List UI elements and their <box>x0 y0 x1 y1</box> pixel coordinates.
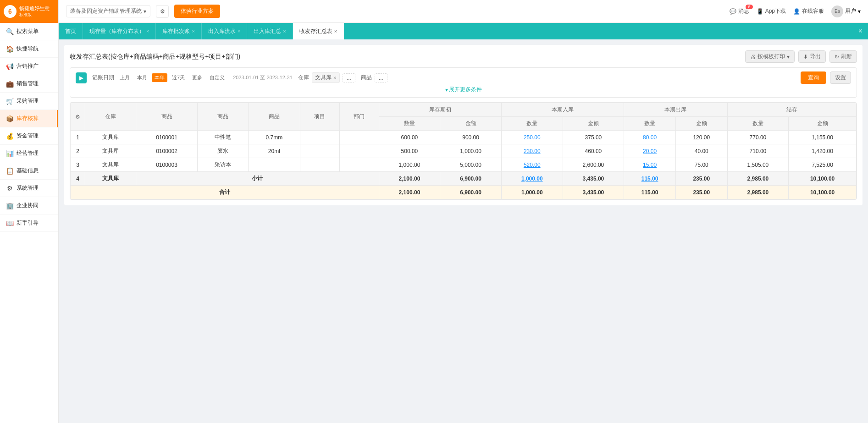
date-option-自定义[interactable]: 自定义 <box>207 73 227 82</box>
sidebar-item-corp[interactable]: 🏢企业协同 <box>0 197 58 214</box>
sidebar-item-quick[interactable]: 🏠快捷导航 <box>0 40 58 58</box>
app-download-label: App下载 <box>765 7 786 15</box>
tabs-bar: 首页现存量（库存分布表）×库存批次账×出入库流水×出入库汇总×收发存汇总表×× <box>59 23 868 39</box>
page-title-row: 收发存汇总表(按仓库+商品编码+商品+规格型号+项目+部门) 🖨 按模板打印 ▾… <box>70 50 857 63</box>
sidebar-item-basic[interactable]: 📋基础信息 <box>0 162 58 180</box>
filter-bar: ▶ 记账日期 上月本月本年近7天更多自定义 2023-01-01 至 2023-… <box>70 67 857 98</box>
footer-bal-qty: 2,985.00 <box>727 186 789 199</box>
date-option-更多[interactable]: 更多 <box>189 73 205 82</box>
online-service-action[interactable]: 👤 在线客服 <box>793 7 824 15</box>
cell-open-qty: 1,000.00 <box>379 158 440 172</box>
cell-out-qty[interactable]: 80.00 <box>624 131 676 144</box>
th-settings[interactable]: ⚙ <box>71 103 85 131</box>
expand-down-icon: ▾ <box>445 87 448 93</box>
th-code: 商品 <box>136 103 198 131</box>
tab-close-icon[interactable]: × <box>192 28 194 34</box>
sidebar-item-label-search: 搜索菜单 <box>17 27 39 35</box>
sidebar-item-marketing[interactable]: 📢营销推广 <box>0 58 58 75</box>
sidebar-item-sales[interactable]: 💼销售管理 <box>0 75 58 93</box>
sidebar-item-operation[interactable]: 📊经营管理 <box>0 145 58 162</box>
tab-库存批次账[interactable]: 库存批次账× <box>156 23 201 39</box>
cell-open-qty: 500.00 <box>379 144 440 158</box>
date-option-上月[interactable]: 上月 <box>117 73 133 82</box>
tab-close-icon[interactable]: × <box>283 28 286 34</box>
sidebar: 6 畅捷通好生意 标准版 🔍搜索菜单🏠快捷导航📢营销推广💼销售管理🛒采购管理📦库… <box>0 0 59 423</box>
service-icon: 👤 <box>793 8 800 15</box>
app-download-action[interactable]: 📱 App下载 <box>757 7 786 15</box>
sidebar-item-search[interactable]: 🔍搜索菜单 <box>0 23 58 40</box>
refresh-icon: ↻ <box>835 54 839 60</box>
warehouse-more-button[interactable]: ... <box>343 73 355 82</box>
th-warehouse: 仓库 <box>85 103 136 131</box>
cell-name: 胶水 <box>197 144 248 158</box>
tabs-close-all-button[interactable]: × <box>853 27 868 35</box>
trial-button[interactable]: 体验行业方案 <box>174 5 220 18</box>
system-title-text: 装备及固定资产辅助管理系统 <box>70 7 142 15</box>
query-button[interactable]: 查询 <box>801 71 826 84</box>
tab-close-icon[interactable]: × <box>334 28 337 34</box>
filter-row: ▶ 记账日期 上月本月本年近7天更多自定义 2023-01-01 至 2023-… <box>76 71 851 84</box>
print-button[interactable]: 🖨 按模板打印 ▾ <box>745 50 795 63</box>
date-filter-label: 记账日期 <box>92 74 114 82</box>
table-footer: 合计 2,100.00 6,900.00 1,000.00 3,435.00 1… <box>71 186 857 199</box>
logo-icon: 6 <box>4 5 17 18</box>
cell-out-amt: 40.00 <box>675 144 727 158</box>
refresh-label: 刷新 <box>841 53 852 60</box>
table-subtotal-row: 4 文具库 小计 2,100.00 6,900.00 1,000.00 3,43… <box>71 172 857 186</box>
tab-首页[interactable]: 首页 <box>59 23 83 39</box>
warehouse-filter-label: 仓库 <box>298 74 309 82</box>
filter-expand-row: ▾ 展开更多条件 <box>76 84 851 93</box>
refresh-button[interactable]: ↻ 刷新 <box>829 50 857 63</box>
tab-出入库汇总[interactable]: 出入库汇总× <box>247 23 293 39</box>
goods-more-button[interactable]: ... <box>375 73 387 82</box>
cell-name: 中性笔 <box>197 131 248 144</box>
data-table: ⚙ 仓库 商品 商品 商品 项目 部门 库存期初 本期入库 本期出库 结存 <box>70 103 857 199</box>
export-button[interactable]: ⬇ 导出 <box>798 50 826 63</box>
tab-收发存汇总表[interactable]: 收发存汇总表× <box>293 23 344 39</box>
filter-settings-button[interactable]: 设置 <box>830 71 851 84</box>
tab-close-icon[interactable]: × <box>238 28 240 34</box>
tab-出入库流水[interactable]: 出入库流水× <box>202 23 247 39</box>
filter-expand-button[interactable]: ▶ <box>76 72 87 83</box>
date-option-近7天[interactable]: 近7天 <box>169 73 188 82</box>
sidebar-item-guide[interactable]: 📖新手引导 <box>0 214 58 232</box>
sidebar-item-label-purchase: 采购管理 <box>17 97 39 105</box>
cell-in-qty[interactable]: 520.00 <box>501 158 563 172</box>
settings-gear-button[interactable]: ⚙ <box>156 5 169 18</box>
date-filter-group: 记账日期 上月本月本年近7天更多自定义 <box>92 73 227 82</box>
cell-warehouse: 文具库 <box>85 158 136 172</box>
tab-现存量库存分布表[interactable]: 现存量（库存分布表）× <box>83 23 156 39</box>
user-menu[interactable]: Ea 用户 ▾ <box>831 5 861 17</box>
th-out-amt: 金额 <box>675 117 727 131</box>
expand-more-conditions-link[interactable]: ▾ 展开更多条件 <box>445 86 482 93</box>
user-label: 用户 <box>845 7 856 15</box>
cell-bal-qty: 770.00 <box>727 131 789 144</box>
footer-label: 合计 <box>71 186 379 199</box>
date-option-本年[interactable]: 本年 <box>152 73 167 82</box>
cell-dept <box>339 131 379 144</box>
warehouse-filter-tag[interactable]: 文具库 × <box>312 72 340 83</box>
print-icon: 🖨 <box>750 54 756 60</box>
sidebar-item-purchase[interactable]: 🛒采购管理 <box>0 93 58 110</box>
cell-in-qty[interactable]: 250.00 <box>501 131 563 144</box>
tab-close-icon[interactable]: × <box>146 28 149 34</box>
sidebar-item-system[interactable]: ⚙系统管理 <box>0 180 58 197</box>
cell-open-amt: 900.00 <box>440 131 502 144</box>
message-action[interactable]: 💬 消息 6 <box>730 7 749 15</box>
cell-out-qty[interactable]: 15.00 <box>624 158 676 172</box>
corp-icon: 🏢 <box>6 202 14 209</box>
sidebar-item-inventory[interactable]: 📦库存核算 <box>0 110 58 127</box>
guide-icon: 📖 <box>6 220 14 227</box>
system-title-dropdown[interactable]: 装备及固定资产辅助管理系统 ▾ <box>66 5 150 17</box>
sidebar-item-finance[interactable]: 💰资金管理 <box>0 127 58 145</box>
data-table-wrap: ⚙ 仓库 商品 商品 商品 项目 部门 库存期初 本期入库 本期出库 结存 <box>70 102 857 200</box>
user-avatar: Ea <box>831 5 843 17</box>
cell-in-qty[interactable]: 230.00 <box>501 144 563 158</box>
page-card: 收发存汇总表(按仓库+商品编码+商品+规格型号+项目+部门) 🖨 按模板打印 ▾… <box>64 45 862 205</box>
cell-out-qty[interactable]: 20.00 <box>624 144 676 158</box>
date-option-本月[interactable]: 本月 <box>134 73 150 82</box>
print-dropdown-icon: ▾ <box>787 54 790 60</box>
warehouse-tag-close-icon[interactable]: × <box>333 75 337 81</box>
page-title-text: 收发存汇总表(按仓库+商品编码+商品+规格型号+项目+部门) <box>70 53 240 61</box>
tab-label: 库存批次账 <box>162 27 190 35</box>
